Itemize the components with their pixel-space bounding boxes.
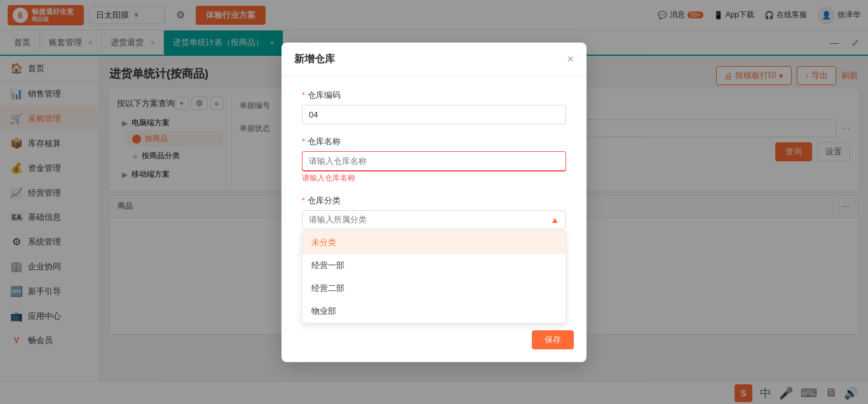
dropdown-item-2[interactable]: 经营二部 [302, 277, 566, 300]
code-label: * 仓库编码 [302, 90, 566, 101]
name-error-msg: 请输入仓库名称 [302, 173, 566, 184]
new-warehouse-modal: 新增仓库 × * 仓库编码 * 仓库名称 请输入仓库名称 [281, 43, 587, 362]
form-row-category: * 仓库分类 ▲ 未分类 经营一部 经营二部 物业部 [302, 195, 566, 229]
category-input[interactable] [309, 215, 550, 224]
modal-header: 新增仓库 × [281, 43, 587, 77]
modal-overlay[interactable]: 新增仓库 × * 仓库编码 * 仓库名称 请输入仓库名称 [0, 0, 868, 404]
warehouse-name-input[interactable] [302, 151, 566, 172]
form-row-code: * 仓库编码 [302, 90, 566, 125]
category-label: * 仓库分类 [302, 195, 566, 206]
save-btn[interactable]: 保存 [532, 330, 574, 349]
chevron-up-icon: ▲ [550, 215, 559, 225]
dropdown-item-3[interactable]: 物业部 [302, 300, 566, 323]
warehouse-code-input[interactable] [302, 105, 566, 125]
category-selector[interactable]: ▲ [302, 210, 566, 229]
form-row-name: * 仓库名称 请输入仓库名称 [302, 136, 566, 184]
dropdown-item-1[interactable]: 经营一部 [302, 254, 566, 277]
category-dropdown: 未分类 经营一部 经营二部 物业部 [302, 231, 566, 323]
modal-close-btn[interactable]: × [567, 53, 574, 66]
dropdown-item-0[interactable]: 未分类 [302, 231, 566, 254]
modal-title: 新增仓库 [294, 53, 335, 66]
modal-footer: 保存 [281, 330, 587, 349]
name-label: * 仓库名称 [302, 136, 566, 147]
modal-body: * 仓库编码 * 仓库名称 请输入仓库名称 * 仓库分类 [281, 77, 587, 320]
